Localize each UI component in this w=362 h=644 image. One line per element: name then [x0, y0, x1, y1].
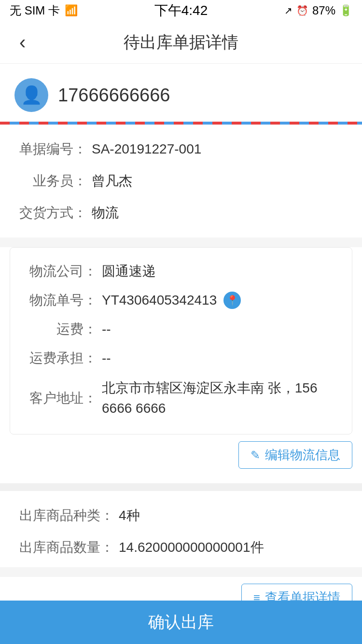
battery-icon: 🔋 [339, 4, 352, 17]
order-info-section: 单据编号： SA-20191227-001 业务员： 曾凡杰 交货方式： 物流 [0, 125, 362, 238]
staff-value: 曾凡杰 [92, 171, 343, 191]
logistics-tracking-label: 物流单号： [25, 291, 97, 309]
product-types-row: 出库商品种类： 4种 [19, 505, 343, 526]
status-right: ↗ ⏰ 87% 🔋 [284, 4, 352, 17]
customer-phone: 17666666666 [58, 85, 170, 106]
status-time: 下午4:42 [154, 1, 208, 20]
status-left: 无 SIM 卡 📶 [10, 3, 78, 18]
edit-btn-label: 编辑物流信息 [265, 447, 340, 463]
logistics-tracking-value: YT4306405342413 📍 [102, 292, 337, 309]
wifi-icon: 📶 [65, 4, 78, 17]
logistics-tracking-row: 物流单号： YT4306405342413 📍 [25, 291, 337, 309]
logistics-freight-row: 运费： -- [25, 320, 337, 338]
logistics-freight-bearer-label: 运费承担： [25, 349, 97, 367]
edit-icon: ✎ [251, 448, 260, 462]
staff-row: 业务员： 曾凡杰 [19, 171, 343, 191]
tracking-number: YT4306405342413 [102, 293, 217, 308]
nav-bar: ‹ 待出库单据详情 [0, 21, 362, 64]
delivery-value: 物流 [92, 203, 343, 223]
logistics-company-row: 物流公司： 圆通速递 [25, 262, 337, 280]
products-section: 出库商品种类： 4种 出库商品数量： 14.620000000000001件 [0, 491, 362, 567]
logistics-freight-bearer-row: 运费承担： -- [25, 349, 337, 367]
logistics-freight-bearer-value: -- [102, 350, 337, 366]
avatar-icon: 👤 [21, 85, 42, 105]
logistics-freight-label: 运费： [25, 320, 97, 338]
alarm-icon: ⏰ [296, 5, 308, 16]
map-pin-icon[interactable]: 📍 [223, 292, 241, 309]
confirm-outbound-button[interactable]: 确认出库 [0, 611, 362, 633]
separator [0, 483, 362, 491]
location-status-icon: ↗ [284, 5, 292, 16]
doc-no-value: SA-20191227-001 [92, 139, 343, 159]
staff-label: 业务员： [19, 171, 87, 191]
logistics-address-row: 客户地址： 北京市市辖区海淀区永丰南 张，156 6666 6666 [25, 378, 337, 419]
back-icon: ‹ [19, 31, 26, 53]
product-quantity-value: 14.620000000000001件 [119, 537, 343, 558]
logistics-company-value: 圆通速递 [102, 262, 337, 280]
logistics-address-value: 北京市市辖区海淀区永丰南 张，156 6666 6666 [102, 378, 337, 419]
status-bar: 无 SIM 卡 📶 下午4:42 ↗ ⏰ 87% 🔋 [0, 0, 362, 21]
carrier-text: 无 SIM 卡 [10, 3, 60, 18]
avatar: 👤 [14, 78, 48, 112]
logistics-address-label: 客户地址： [25, 389, 97, 407]
product-types-label: 出库商品种类： [19, 505, 114, 526]
product-quantity-label: 出库商品数量： [19, 537, 114, 558]
edit-logistics-btn-area: ✎ 编辑物流信息 [0, 434, 362, 478]
delivery-row: 交货方式： 物流 [19, 203, 343, 223]
logistics-freight-value: -- [102, 322, 337, 337]
edit-logistics-button[interactable]: ✎ 编辑物流信息 [238, 441, 352, 469]
product-quantity-row: 出库商品数量： 14.620000000000001件 [19, 537, 343, 558]
battery-text: 87% [312, 4, 335, 17]
logistics-company-label: 物流公司： [25, 262, 97, 280]
bottom-button-area: 确认出库 [0, 601, 362, 644]
back-button[interactable]: ‹ [14, 27, 30, 58]
customer-row: 👤 17666666666 [14, 78, 348, 122]
doc-no-row: 单据编号： SA-20191227-001 [19, 139, 343, 159]
delivery-label: 交货方式： [19, 203, 87, 223]
doc-no-label: 单据编号： [19, 139, 87, 159]
product-types-value: 4种 [119, 505, 343, 526]
page-title: 待出库单据详情 [124, 31, 238, 54]
customer-section: 👤 17666666666 [0, 64, 362, 122]
logistics-card: 物流公司： 圆通速递 物流单号： YT4306405342413 📍 运费： -… [10, 247, 352, 434]
